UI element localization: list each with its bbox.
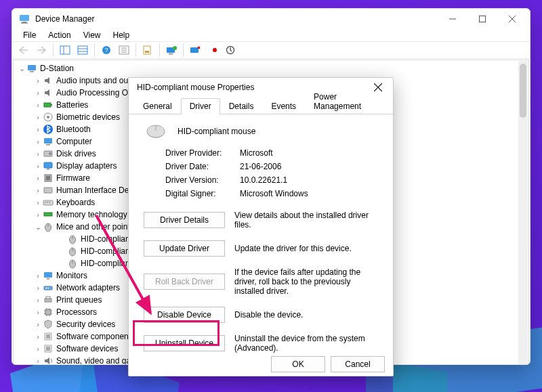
expand-icon[interactable]: › <box>33 330 43 343</box>
expand-icon[interactable]: › <box>33 184 43 196</box>
menu-action[interactable]: Action <box>43 29 76 41</box>
collapse-icon[interactable]: ⌄ <box>33 221 43 233</box>
ok-button[interactable]: OK <box>271 356 325 372</box>
svg-line-64 <box>96 215 150 313</box>
expand-icon[interactable]: › <box>33 282 43 294</box>
svg-rect-5 <box>78 46 87 54</box>
tree-root[interactable]: ⌄ D-Station <box>17 62 528 74</box>
toolbar-button-columns[interactable] <box>75 42 91 58</box>
category-icon <box>43 355 54 365</box>
tab-general[interactable]: General <box>134 98 181 114</box>
expand-icon[interactable]: › <box>33 123 43 135</box>
update-driver-button[interactable] <box>163 42 180 58</box>
tab-power[interactable]: Power Management <box>305 89 388 114</box>
tab-details[interactable]: Details <box>220 98 263 114</box>
svg-rect-31 <box>44 162 52 168</box>
expand-icon[interactable]: › <box>33 343 43 355</box>
menu-view[interactable]: View <box>78 29 106 41</box>
minimize-button[interactable] <box>438 9 467 29</box>
disable-button[interactable] <box>205 42 221 58</box>
menubar: File Action View Help <box>12 29 530 41</box>
category-icon <box>43 197 54 208</box>
help-button[interactable]: ? <box>98 42 114 58</box>
svg-point-53 <box>47 288 49 289</box>
svg-rect-19 <box>190 47 199 53</box>
vertical-scrollbar[interactable] <box>518 61 528 365</box>
tree-label: Batteries <box>56 99 88 111</box>
signer-label: Digital Signer: <box>165 189 240 198</box>
device-manager-icon <box>19 14 30 24</box>
menu-help[interactable]: Help <box>108 29 136 41</box>
provider-value: Microsoft <box>240 148 379 158</box>
expand-icon[interactable]: › <box>33 306 43 318</box>
titlebar[interactable]: Device Manager <box>12 9 530 29</box>
category-icon <box>43 87 54 98</box>
category-icon <box>43 185 54 196</box>
scan-hardware-button[interactable] <box>222 42 238 58</box>
back-button[interactable] <box>16 42 32 58</box>
svg-rect-37 <box>45 202 46 203</box>
tree-label: Firmware <box>56 172 90 184</box>
svg-rect-23 <box>44 103 51 107</box>
svg-rect-49 <box>44 272 52 278</box>
collapse-icon[interactable]: ⌄ <box>17 62 26 74</box>
forward-button[interactable] <box>33 42 49 58</box>
version-label: Driver Version: <box>165 175 240 185</box>
category-icon <box>43 331 54 342</box>
mouse-device-icon <box>144 123 168 140</box>
close-button[interactable] <box>497 9 527 29</box>
expand-icon[interactable]: › <box>33 209 43 221</box>
maximize-button[interactable] <box>467 9 497 29</box>
properties-button[interactable] <box>140 42 156 58</box>
category-icon <box>43 112 54 123</box>
show-hide-tree-button[interactable] <box>57 42 73 58</box>
tab-driver[interactable]: Driver <box>181 98 220 114</box>
expand-icon[interactable]: › <box>33 294 43 306</box>
category-icon <box>43 319 54 330</box>
svg-rect-27 <box>44 138 52 144</box>
expand-icon[interactable]: › <box>33 148 43 160</box>
uninstall-device-button[interactable]: Uninstall Device <box>144 335 225 351</box>
tree-label: Monitors <box>56 269 87 282</box>
category-icon <box>43 209 54 220</box>
tree-label: Software components <box>56 330 135 343</box>
driver-details-desc: View details about the installed driver … <box>234 211 379 230</box>
category-icon <box>43 307 54 318</box>
scrollbar-thumb[interactable] <box>520 64 526 118</box>
uninstall-button[interactable] <box>187 42 203 58</box>
expand-icon[interactable]: › <box>33 74 43 87</box>
tab-events[interactable]: Events <box>262 98 305 114</box>
toolbar-button-details[interactable] <box>116 42 132 58</box>
cancel-button[interactable]: Cancel <box>331 356 385 372</box>
menu-file[interactable]: File <box>18 29 41 41</box>
expand-icon[interactable]: › <box>33 160 43 172</box>
expand-icon[interactable]: › <box>33 172 43 184</box>
category-icon <box>43 173 54 183</box>
svg-rect-56 <box>45 309 51 315</box>
device-properties-dialog: HID-compliant mouse Properties General D… <box>128 77 394 376</box>
disable-device-desc: Disable the device. <box>234 310 379 320</box>
tree-label: Bluetooth <box>56 123 91 135</box>
svg-rect-24 <box>51 104 52 106</box>
expand-icon[interactable]: › <box>33 269 43 282</box>
svg-rect-3 <box>60 46 70 54</box>
svg-rect-58 <box>46 334 50 339</box>
tree-label: Biometric devices <box>56 111 120 123</box>
category-icon <box>43 270 54 281</box>
expand-icon[interactable]: › <box>33 196 43 209</box>
expand-icon[interactable]: › <box>33 355 43 365</box>
category-icon <box>43 75 54 86</box>
dialog-title: HID-compliant mouse Properties <box>137 83 254 92</box>
toolbar: ? <box>12 41 530 59</box>
expand-icon[interactable]: › <box>33 87 43 99</box>
expand-icon[interactable]: › <box>33 111 43 123</box>
expand-icon[interactable]: › <box>33 318 43 330</box>
svg-rect-28 <box>46 144 50 146</box>
category-icon <box>43 136 54 147</box>
expand-icon[interactable]: › <box>33 135 43 148</box>
expand-icon[interactable]: › <box>33 99 43 111</box>
tree-label: Software devices <box>56 343 118 355</box>
svg-rect-17 <box>169 53 173 55</box>
category-icon <box>43 124 54 135</box>
version-value: 10.0.22621.1 <box>240 175 379 185</box>
